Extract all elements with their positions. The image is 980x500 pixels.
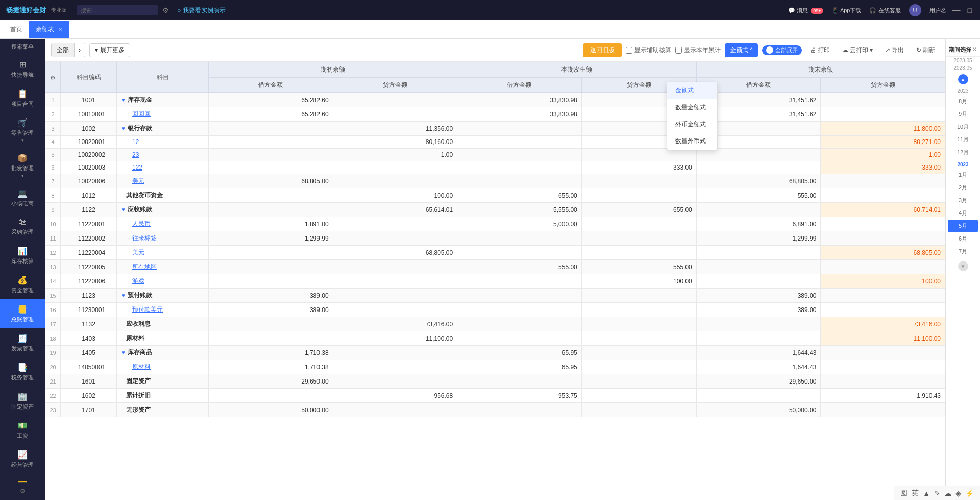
tab-close-icon[interactable]: × — [59, 26, 62, 32]
td-name[interactable]: 预付款美元 — [117, 303, 209, 317]
td-current-debit: 5,555.00 — [457, 203, 582, 217]
sidebar-item-quick-nav[interactable]: ⊞ 快捷导航 — [0, 55, 45, 84]
show-ytd-check-label[interactable]: 显示本年累计 — [675, 46, 721, 55]
td-opening-credit — [333, 374, 457, 389]
sidebar-item-ledger[interactable]: 📒 总账管理 — [0, 299, 45, 328]
sidebar-search-btn[interactable]: 搜索菜单 — [0, 39, 45, 55]
td-name[interactable]: 回回回 — [117, 107, 209, 122]
month-4[interactable]: 4月 — [948, 207, 978, 220]
message-btn[interactable]: 💬 消息 99+ — [788, 7, 823, 14]
online-service-btn[interactable]: 🎧 在线客服 — [869, 7, 900, 14]
right-panel-close-btn[interactable]: × — [972, 45, 977, 54]
dropdown-item-qty-foreign[interactable]: 数量外币式 — [667, 133, 717, 150]
bottom-icon-lang[interactable]: 英 — [912, 489, 919, 498]
month-8[interactable]: 8月 — [948, 95, 978, 108]
td-name[interactable]: ▼ 库存现金 — [117, 93, 209, 107]
td-name[interactable]: ▼ 预付账款 — [117, 289, 209, 303]
td-name[interactable]: 其他货币资金 — [117, 188, 209, 203]
print-btn[interactable]: 🖨 打印 — [806, 44, 834, 57]
td-name[interactable]: ▼ 应收账款 — [117, 203, 209, 217]
month-7[interactable]: 7月 — [948, 245, 978, 258]
sidebar-item-xc-sales[interactable]: 💳 小畅报销 — [0, 474, 45, 483]
dropdown-item-amount[interactable]: 金额式 — [667, 82, 717, 99]
sidebar-item-retail[interactable]: 🛒 零售管理 ▾ — [0, 113, 45, 148]
dropdown-item-qty-amount[interactable]: 数量金额式 — [667, 99, 717, 116]
td-name[interactable]: ▼ 银行存款 — [117, 122, 209, 136]
window-expand-icon[interactable]: □ — [966, 6, 974, 14]
td-name[interactable]: 122 — [117, 161, 209, 174]
filter-all-selector[interactable]: 全部 › — [51, 43, 85, 57]
td-name[interactable]: 固定资产 — [117, 374, 209, 389]
export-btn[interactable]: ↗ 导出 — [881, 44, 908, 57]
nav-down-btn[interactable]: ▼ — [946, 261, 980, 271]
show-ytd-checkbox[interactable] — [675, 47, 682, 54]
window-close-icon[interactable]: — — [950, 6, 963, 15]
td-current-debit — [457, 174, 582, 188]
amount-style-btn[interactable]: 金额式 ^ — [725, 43, 758, 57]
demo-link[interactable]: ○ 我要看实例演示 — [177, 6, 226, 15]
sidebar-item-inventory[interactable]: 📊 库存核算 — [0, 241, 45, 270]
month-6[interactable]: 6月 — [948, 232, 978, 245]
refresh-btn[interactable]: ↻ 刷新 — [912, 44, 939, 57]
month-11[interactable]: 11月 — [948, 133, 978, 146]
sidebar-item-salary[interactable]: 💵 工资 — [0, 416, 45, 445]
tab-home[interactable]: 首页 — [4, 21, 29, 38]
show-aux-checkbox[interactable] — [626, 47, 632, 54]
sidebar-item-invoice[interactable]: 🧾 发票管理 — [0, 328, 45, 358]
month-3[interactable]: 3月 — [948, 194, 978, 207]
sidebar-search-label[interactable]: 搜索菜单 — [3, 43, 42, 51]
td-name[interactable]: 原材料 — [117, 331, 209, 346]
td-name[interactable]: 美元 — [117, 246, 209, 260]
bottom-icon-1[interactable]: 圆 — [900, 489, 908, 498]
month-10[interactable]: 10月 — [948, 121, 978, 133]
bottom-icon-lightning[interactable]: ⚡ — [965, 489, 974, 497]
table-container[interactable]: ⚙ 科目编码 科目 期初余额 本期发生额 期末余额 借方金额 贷方金额 借方金额… — [45, 62, 945, 500]
td-name[interactable]: 23 — [117, 149, 209, 161]
sidebar-item-fixed-assets[interactable]: 🏢 固定资产 — [0, 387, 45, 416]
td-name[interactable]: ▼ 库存商品 — [117, 346, 209, 360]
settings-gear-icon[interactable]: ⚙ — [50, 74, 56, 81]
sidebar-item-wholesale[interactable]: 📦 批发管理 ▾ — [0, 148, 45, 183]
return-old-version-btn[interactable]: 退回旧版 — [583, 43, 622, 57]
bottom-icon-diamond[interactable]: ◈ — [955, 489, 961, 497]
td-name[interactable]: 美元 — [117, 174, 209, 188]
app-download-btn[interactable]: 📱 App下载 — [831, 7, 861, 14]
sidebar-item-finance[interactable]: 💰 资金管理 — [0, 270, 45, 299]
td-current-credit — [581, 403, 696, 417]
tab-balance-sheet[interactable]: 余额表 × — [29, 21, 69, 38]
td-name[interactable]: 往来标签 — [117, 231, 209, 246]
month-2[interactable]: 2月 — [948, 181, 978, 194]
dropdown-item-foreign-amount[interactable]: 外币金额式 — [667, 116, 717, 133]
filter-arrow-icon[interactable]: › — [75, 43, 85, 57]
expand-all-toggle[interactable]: 全部展开 — [762, 45, 802, 55]
month-5[interactable]: 5月 — [948, 220, 978, 232]
td-name[interactable]: 12 — [117, 136, 209, 149]
bottom-icon-cloud[interactable]: ☁ — [944, 489, 951, 497]
global-search-input[interactable] — [77, 5, 158, 15]
sidebar-item-project[interactable]: 📋 项目合同 — [0, 84, 45, 113]
td-name[interactable]: 人民币 — [117, 217, 209, 231]
show-aux-check-label[interactable]: 显示辅助核算 — [626, 46, 671, 55]
sidebar-item-ecommerce[interactable]: 💻 小畅电商 — [0, 183, 45, 212]
td-name[interactable]: 累计折旧 — [117, 389, 209, 403]
settings-icon[interactable]: ⚙ — [162, 6, 169, 14]
td-name[interactable]: 所在地区 — [117, 260, 209, 274]
month-9[interactable]: 9月 — [948, 108, 978, 121]
sidebar-item-purchase[interactable]: 🛍 采购管理 — [0, 212, 45, 241]
nav-up-btn[interactable]: ▲ — [946, 74, 980, 84]
expand-more-btn[interactable]: ▾ 展开更多 — [89, 43, 130, 57]
td-name[interactable]: 应收利息 — [117, 317, 209, 331]
bottom-icon-up[interactable]: ▲ — [923, 489, 930, 497]
sidebar-item-tax[interactable]: 📑 税务管理 — [0, 358, 45, 387]
td-name[interactable]: 无形资产 — [117, 403, 209, 417]
td-name[interactable]: 游戏 — [117, 274, 209, 289]
bottom-icon-edit[interactable]: ✎ — [934, 489, 940, 497]
td-name[interactable]: 原材料 — [117, 360, 209, 374]
td-no: 2 — [45, 107, 61, 122]
sidebar-item-business[interactable]: 📈 经营管理 — [0, 445, 45, 474]
sidebar-settings-btn[interactable]: ⚙ — [0, 483, 45, 500]
td-code: 11220002 — [61, 231, 117, 246]
month-1[interactable]: 1月 — [948, 169, 978, 181]
month-12[interactable]: 12月 — [948, 146, 978, 159]
cloud-print-btn[interactable]: ☁ 云打印 ▾ — [838, 44, 877, 57]
